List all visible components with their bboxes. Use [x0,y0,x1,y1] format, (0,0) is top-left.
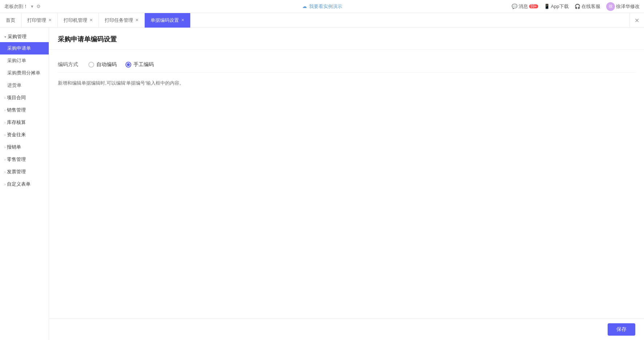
tab-bill-code-close[interactable]: ✕ [181,18,184,23]
auto-encoding-label: 自动编码 [96,61,117,68]
manual-encoding-label: 手工编码 [133,61,154,68]
tab-print-manage-label: 打印管理 [27,17,46,24]
chevron-right-icon-invoice: › [4,170,5,174]
top-bar-right: 💬 消息 99+ 📱 App下载 🎧 在线客服 徐 徐泽华修改 [512,2,640,11]
sidebar-item-purchase-order-label: 采购订单 [7,58,26,63]
sidebar-group-project-contract-label: 项目合同 [7,94,26,101]
content-header: 采购申请单编码设置 [49,28,644,50]
chevron-right-icon-returns: › [4,145,5,149]
content-footer: 保存 [49,319,644,340]
sidebar-item-purchase-order[interactable]: 采购订单 [0,54,49,67]
app-download-label: App下载 [551,3,569,10]
message-badge: 99+ [529,4,538,8]
tab-print-manage[interactable]: 打印管理 ✕ [21,13,58,28]
page-title: 采购申请单编码设置 [58,35,635,44]
sidebar-item-stock-in-label: 进货单 [7,82,21,88]
top-bar-center: ☁ 我要看实例演示 [302,3,342,10]
tab-home-label: 首页 [6,17,15,24]
save-button[interactable]: 保存 [608,323,635,336]
chevron-right-icon-inventory: › [4,121,5,125]
sidebar-group-retail-label: 零售管理 [7,156,26,163]
sidebar-group-sales[interactable]: › 销售管理 [0,104,49,116]
chevron-right-icon-sales: › [4,108,5,112]
tab-print-task[interactable]: 打印任务管理 ✕ [99,13,145,28]
chevron-right-icon-capital: › [4,133,5,137]
online-service-label: 在线客服 [581,3,600,10]
chevron-right-icon-project: › [4,96,5,100]
logo-text: 老板勿割！ [4,3,28,10]
sidebar-group-retail[interactable]: › 零售管理 [0,153,49,166]
tab-print-task-label: 打印任务管理 [105,17,133,24]
manual-encoding-option[interactable]: 手工编码 [125,61,154,68]
app-download-button[interactable]: 📱 App下载 [544,3,569,10]
top-bar: 老板勿割！ ▾ ⚙ ☁ 我要看实例演示 💬 消息 99+ 📱 App下载 🎧 在… [0,0,644,13]
sidebar-group-capital-label: 资金往来 [7,131,26,138]
chevron-down-icon: ▾ [4,35,6,39]
sidebar-group-purchase-label: 采购管理 [8,33,27,40]
tab-home[interactable]: 首页 [0,13,21,28]
chevron-right-icon-retail: › [4,158,5,162]
sidebar-group-custom-form[interactable]: › 自定义表单 [0,178,49,190]
tab-printer-manage[interactable]: 打印机管理 ✕ [58,13,99,28]
tab-bill-code-label: 单据编码设置 [151,17,179,24]
sidebar-item-purchase-expense[interactable]: 采购费用分摊单 [0,67,49,79]
encoding-label: 编码方式 [58,61,80,68]
dropdown-icon: ▾ [31,4,33,9]
message-label: 消息 [519,3,528,10]
sidebar-group-capital[interactable]: › 资金往来 [0,129,49,141]
user-menu[interactable]: 徐 徐泽华修改 [606,2,640,11]
auto-encoding-radio[interactable] [88,62,94,68]
sidebar-item-stock-in[interactable]: 进货单 [0,79,49,92]
message-button[interactable]: 💬 消息 99+ [512,3,538,10]
sidebar-item-purchase-expense-label: 采购费用分摊单 [7,70,40,76]
tab-print-manage-close[interactable]: ✕ [48,18,52,23]
tabs-bar: 首页 打印管理 ✕ 打印机管理 ✕ 打印任务管理 ✕ 单据编码设置 ✕ ✕ [0,13,644,28]
main-layout: ▾ 采购管理 采购申请单 采购订单 采购费用分摊单 进货单 › 项目合同 › 销… [0,28,644,340]
top-bar-left: 老板勿割！ ▾ ⚙ [4,3,41,10]
sidebar-group-sales-label: 销售管理 [7,107,26,113]
sidebar-item-purchase-request[interactable]: 采购申请单 [0,42,49,54]
message-icon: 💬 [512,4,517,9]
avatar: 徐 [606,2,615,11]
content-body: 编码方式 自动编码 手工编码 新增和编辑单据编辑时,可以编辑'单据编号'输入框中… [49,50,644,319]
sidebar-group-returns-label: 报销单 [7,144,21,150]
cloud-icon: ☁ [302,4,307,9]
sidebar-group-purchase[interactable]: ▾ 采购管理 [0,31,49,42]
sidebar-group-inventory-label: 库存核算 [7,119,26,126]
demo-text[interactable]: 我要看实例演示 [309,3,342,10]
encoding-mode-row: 编码方式 自动编码 手工编码 [58,57,635,73]
sidebar-group-invoice-label: 发票管理 [7,169,26,175]
sidebar: ▾ 采购管理 采购申请单 采购订单 采购费用分摊单 进货单 › 项目合同 › 销… [0,28,49,340]
tab-print-task-close[interactable]: ✕ [135,18,139,23]
global-close-button[interactable]: ✕ [629,13,644,28]
headset-icon: 🎧 [575,4,580,9]
auto-encoding-option[interactable]: 自动编码 [88,61,117,68]
sidebar-group-inventory[interactable]: › 库存核算 [0,116,49,129]
sidebar-group-custom-form-label: 自定义表单 [7,181,31,187]
manual-encoding-radio[interactable] [125,62,131,68]
tab-printer-manage-close[interactable]: ✕ [89,18,93,23]
sidebar-group-project-contract[interactable]: › 项目合同 [0,92,49,104]
sidebar-group-returns[interactable]: › 报销单 [0,141,49,153]
phone-icon: 📱 [544,4,550,9]
tab-printer-manage-label: 打印机管理 [64,17,87,24]
user-name: 徐泽华修改 [616,3,640,10]
sidebar-item-purchase-request-label: 采购申请单 [7,45,31,51]
sidebar-group-invoice[interactable]: › 发票管理 [0,166,49,178]
content-area: 采购申请单编码设置 编码方式 自动编码 手工编码 新增和编辑单据编辑时,可以编辑… [49,28,644,340]
tab-bill-code[interactable]: 单据编码设置 ✕ [145,13,191,28]
chevron-right-icon-custom: › [4,182,5,186]
hint-text: 新增和编辑单据编辑时,可以编辑'单据编号'输入框中的内容。 [58,80,635,86]
settings-icon[interactable]: ⚙ [36,4,41,9]
online-service-button[interactable]: 🎧 在线客服 [575,3,600,10]
